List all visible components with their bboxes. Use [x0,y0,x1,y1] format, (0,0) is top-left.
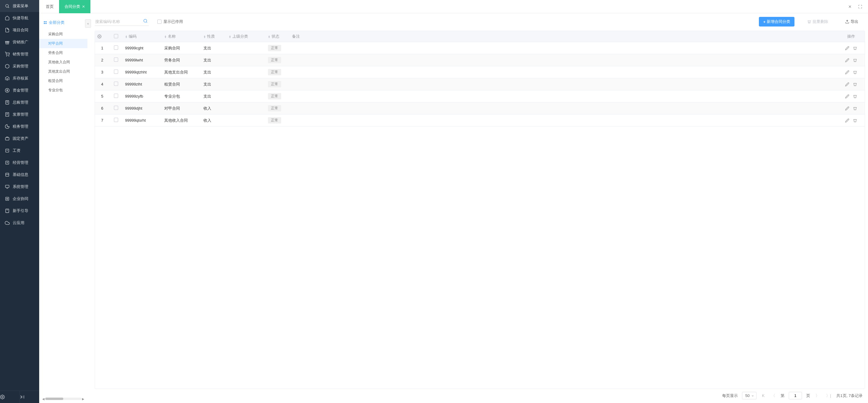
row-index: 5 [95,90,110,102]
sidebar-item-asset[interactable]: 固定资产 [0,133,39,144]
cell-parent [226,54,266,66]
select-all-checkbox[interactable] [110,31,123,42]
settings-button[interactable] [0,391,20,403]
sidebar-item-file[interactable]: 项目合同 [0,24,39,36]
add-category-button[interactable]: + 新增合同分类 [759,17,795,27]
sidebar-item-box[interactable]: 采购管理 [0,60,39,72]
sidebar-item-cart[interactable]: 销售管理 [0,48,39,60]
delete-button[interactable] [853,106,857,110]
sidebar-item-biz[interactable]: 经营管理 [0,157,39,169]
sidebar-item-system[interactable]: 系统管理 [0,181,39,193]
tab[interactable]: 首页 [40,0,59,13]
close-tab-button[interactable] [846,2,854,11]
edit-button[interactable] [845,82,849,87]
page-first[interactable]: K [761,393,766,398]
sidebar-item-home[interactable]: 快捷导航 [0,12,39,24]
show-disabled-checkbox[interactable]: 显示已停用 [157,19,183,24]
collapse-category-panel[interactable]: « [85,19,91,28]
sidebar-item-label: 资金管理 [13,88,28,93]
data-table: ▲▼编码 ▲▼名称 ▲▼性质 ▲▼上级分类 ▲▼状态 备注 操作 199999c… [95,31,865,127]
pagination-total: 共1页, 7条记录 [836,393,863,399]
column-name[interactable]: ▲▼名称 [162,31,201,42]
sidebar-item-invoice[interactable]: 发票管理 [0,108,39,121]
svg-point-39 [99,36,100,37]
tab[interactable]: 合同分类✕ [59,0,90,13]
close-icon[interactable]: ✕ [82,4,85,9]
category-item[interactable]: 其他支出合同 [39,67,87,76]
row-checkbox[interactable] [114,70,118,74]
toolbar: 显示已停用 + 新增合同分类 批量删除 [95,17,865,27]
page-input[interactable] [789,392,802,399]
invoice-icon [5,112,10,117]
column-parent[interactable]: ▲▼上级分类 [226,31,266,42]
per-page-select[interactable]: 50 [742,392,756,399]
cell-nature: 支出 [201,66,226,78]
export-icon [845,20,849,24]
sidebar-item-label: 总账管理 [13,100,28,105]
delete-button[interactable] [853,70,857,74]
sidebar-item-gift[interactable]: 营销推广 [0,36,39,48]
column-status[interactable]: ▲▼状态 [266,31,290,42]
fullscreen-button[interactable] [856,2,864,11]
category-item[interactable]: 对甲合同 [39,39,87,48]
row-checkbox[interactable] [114,106,118,110]
svg-point-0 [6,4,8,7]
category-scrollbar[interactable]: ◀ ▶ [39,397,87,401]
sidebar-item-label: 搜索菜单 [13,3,28,9]
edit-button[interactable] [845,119,849,123]
cell-remark [290,114,838,127]
sidebar-item-salary[interactable]: 工资 [0,144,39,157]
row-checkbox[interactable] [114,58,118,62]
search-input[interactable] [95,18,149,26]
sidebar-item-cloud[interactable]: 云应用 [0,217,39,229]
cell-name: 对甲合同 [162,102,201,114]
sidebar-item-label: 云应用 [13,220,24,226]
edit-button[interactable] [845,94,849,99]
delete-button[interactable] [853,94,857,99]
sidebar-item-ledger[interactable]: 总账管理 [0,96,39,108]
svg-rect-34 [44,23,45,24]
grid-icon [43,21,47,24]
tax-icon [5,124,10,129]
system-icon [5,184,10,189]
column-code[interactable]: ▲▼编码 [123,31,162,42]
category-item[interactable]: 采购合同 [39,30,87,39]
cell-nature: 支出 [201,90,226,102]
sidebar-item-money[interactable]: 资金管理 [0,84,39,96]
search-icon[interactable] [143,19,148,23]
sidebar-item-collab[interactable]: 企业协同 [0,193,39,205]
row-checkbox[interactable] [114,45,118,50]
category-item[interactable]: 专业分包 [39,86,87,95]
category-item[interactable]: 其他收入合同 [39,58,87,67]
category-item[interactable]: 租赁合同 [39,76,87,86]
column-settings[interactable] [95,31,110,42]
page-last[interactable]: 〉| [825,393,832,399]
delete-button[interactable] [853,82,857,87]
edit-button[interactable] [845,106,849,110]
batch-delete-label: 批量删除 [812,19,828,24]
batch-delete-button[interactable]: 批量删除 [803,17,832,27]
sidebar-item-guide[interactable]: 新手引导 [0,205,39,217]
sidebar-item-warehouse[interactable]: 库存核算 [0,72,39,84]
row-checkbox[interactable] [114,81,118,86]
page-next[interactable]: 〉 [814,393,821,399]
row-checkbox[interactable] [114,94,118,98]
delete-button[interactable] [853,46,857,50]
delete-button[interactable] [853,58,857,62]
edit-button[interactable] [845,58,849,62]
sidebar-item-search[interactable]: 搜索菜单 [0,0,39,12]
sidebar-item-tax[interactable]: 税务管理 [0,121,39,133]
file-icon [5,28,10,33]
category-item[interactable]: 劳务合同 [39,48,87,58]
row-checkbox[interactable] [114,118,118,122]
page-prev[interactable]: 〈 [770,393,776,399]
delete-button[interactable] [853,119,857,123]
edit-button[interactable] [845,70,849,74]
cart-icon [5,52,10,57]
category-all[interactable]: 全部分类 [39,17,87,28]
column-nature[interactable]: ▲▼性质 [201,31,226,42]
export-button[interactable]: 导出 [841,17,863,27]
sidebar-item-info[interactable]: 基础信息 [0,169,39,181]
edit-button[interactable] [845,46,849,50]
collapse-sidebar-button[interactable] [20,391,39,403]
